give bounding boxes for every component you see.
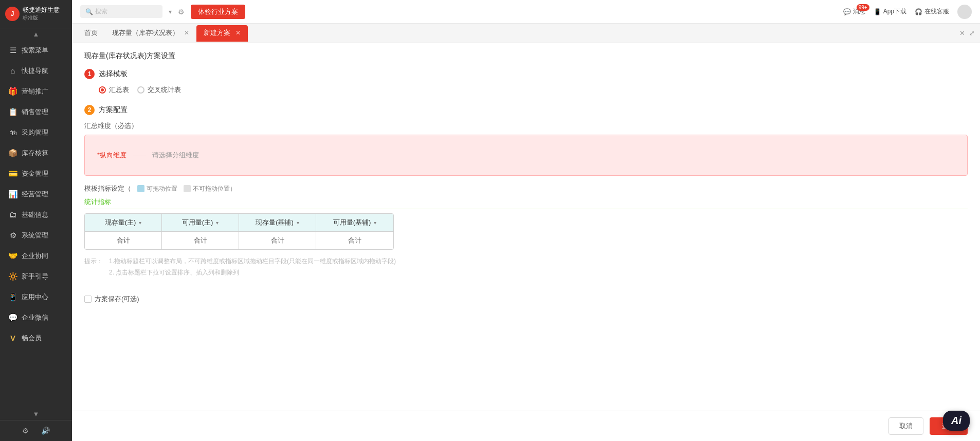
ai-bubble[interactable]: Ai [943, 411, 970, 431]
sound-button[interactable]: 🔊 [37, 425, 54, 437]
topbar: 🔍 搜索 ▾ ⚙ 体验行业方案 💬 消息 99+ 📱 App下载 🎧 在线客服 [72, 0, 980, 24]
col-chevron-0[interactable]: ▾ [139, 220, 141, 226]
section2-title: 方案配置 [99, 105, 128, 115]
legend-fixed: 不可拖动位置） [184, 185, 236, 193]
sidebar-item-sales[interactable]: 📋 销售管理 [0, 102, 72, 122]
sidebar-item-purchase[interactable]: 🛍 采购管理 [0, 122, 72, 143]
section-config: 2 方案配置 汇总维度（必选） *纵向维度 —— 请选择分组维度 模板指标设定（ [84, 105, 968, 278]
section1-title: 选择模板 [99, 69, 128, 79]
message-button[interactable]: 💬 消息 99+ [843, 7, 865, 16]
logo-icon: J [5, 7, 20, 21]
sidebar-item-label: 销售管理 [22, 107, 48, 117]
col-label-1: 可用量(主) [182, 218, 213, 227]
sidebar: J 畅捷通好生意 标准版 ▲ ☰ 搜索菜单 ⌂ 快捷导航 🎁 营销推广 📋 销售… [0, 0, 72, 441]
indicator-settings-label: 模板指标设定（ 可拖动位置 不可拖动位置） [84, 184, 968, 193]
tab-expand-icon[interactable]: ⤢ [969, 29, 975, 37]
radio-summary-label: 汇总表 [109, 85, 129, 95]
sidebar-scroll-up[interactable]: ▲ [0, 28, 72, 40]
config-area: 汇总维度（必选） *纵向维度 —— 请选择分组维度 模板指标设定（ 可拖动位置 [84, 121, 968, 278]
service-button[interactable]: 🎧 在线客服 [915, 7, 949, 16]
chevron-down-icon[interactable]: ▾ [169, 8, 172, 15]
cancel-button[interactable]: 取消 [888, 417, 923, 435]
col-header-3[interactable]: 可用量(基辅) ▾ [316, 214, 393, 231]
message-badge: 99+ [857, 4, 869, 11]
save-checkbox[interactable] [84, 296, 92, 303]
sidebar-item-label: 采购管理 [22, 128, 48, 137]
headset-icon: 🎧 [915, 8, 922, 15]
sales-icon: 📋 [8, 107, 17, 117]
sidebar-item-finance[interactable]: 💳 资金管理 [0, 163, 72, 184]
basic-info-icon: 🗂 [8, 210, 17, 219]
trial-industry-button[interactable]: 体验行业方案 [191, 5, 245, 19]
sidebar-item-new-guide[interactable]: 🔆 新手引导 [0, 266, 72, 287]
tip-1: 提示： 1.拖动标题栏可以调整布局，不可跨维度或指标区域拖动栏目字段(只能在同一… [84, 256, 968, 267]
home-icon: ⌂ [8, 66, 17, 76]
wechat-icon: 💬 [8, 313, 17, 322]
search-bar[interactable]: 🔍 搜索 [80, 5, 162, 18]
col-header-0[interactable]: 现存量(主) ▾ [85, 214, 162, 231]
fixed-color-swatch [184, 185, 191, 192]
page-footer: 取消 查询 [72, 411, 980, 441]
service-label: 在线客服 [924, 7, 949, 16]
tab-inventory-close-icon[interactable]: ✕ [184, 29, 189, 36]
save-option-label: 方案保存(可选) [95, 295, 139, 304]
sidebar-item-quick-nav[interactable]: ⌂ 快捷导航 [0, 61, 72, 81]
section2-num: 2 [84, 105, 95, 115]
management-icon: 📊 [8, 190, 17, 199]
radio-summary[interactable]: 汇总表 [99, 85, 129, 95]
legend-draggable: 可拖动位置 [137, 185, 177, 193]
gear-icon[interactable]: ⚙ [178, 8, 185, 16]
sidebar-nav: ☰ 搜索菜单 ⌂ 快捷导航 🎁 营销推广 📋 销售管理 🛍 采购管理 📦 库存核… [0, 40, 72, 408]
sidebar-item-label: 企业协同 [22, 251, 48, 261]
tab-inventory-status[interactable]: 现存量（库存状况表） ✕ [105, 24, 196, 43]
col-chevron-2[interactable]: ▾ [297, 220, 299, 226]
enterprise-icon: 🤝 [8, 251, 17, 261]
sidebar-item-management[interactable]: 📊 经营管理 [0, 184, 72, 205]
tab-new-scheme[interactable]: 新建方案 ✕ [196, 25, 248, 42]
sidebar-bottom: ⚙ 🔊 [0, 420, 72, 441]
radio-cross[interactable]: 交叉统计表 [137, 85, 181, 95]
sidebar-item-label: 系统管理 [22, 231, 48, 240]
sidebar-item-app-center[interactable]: 📱 应用中心 [0, 287, 72, 307]
cell-0: 合计 [85, 232, 162, 249]
col-chevron-3[interactable]: ▾ [374, 220, 376, 226]
tab-new-scheme-close-icon[interactable]: ✕ [235, 29, 241, 36]
app-icon: 📱 [8, 292, 17, 302]
search-placeholder: 搜索 [95, 7, 107, 16]
tabbar-right-controls: ✕ ⤢ [959, 29, 975, 37]
draggable-color-swatch [137, 185, 144, 192]
sidebar-item-basic-info[interactable]: 🗂 基础信息 [0, 205, 72, 225]
user-avatar[interactable] [957, 5, 972, 19]
sidebar-item-enterprise[interactable]: 🤝 企业协同 [0, 246, 72, 266]
tabbar: 首页 现存量（库存状况表） ✕ 新建方案 ✕ ✕ ⤢ [72, 24, 980, 43]
sidebar-item-member[interactable]: V 畅会员 [0, 328, 72, 348]
tab-home[interactable]: 首页 [77, 24, 105, 43]
col-header-1[interactable]: 可用量(主) ▾ [162, 214, 239, 231]
topbar-right: 💬 消息 99+ 📱 App下载 🎧 在线客服 [843, 5, 972, 19]
phone-icon: 📱 [874, 8, 881, 15]
sidebar-item-inventory[interactable]: 📦 库存核算 [0, 143, 72, 163]
sidebar-item-search-menu[interactable]: ☰ 搜索菜单 [0, 40, 72, 61]
inventory-icon: 📦 [8, 149, 17, 158]
dimension-area[interactable]: *纵向维度 —— 请选择分组维度 [84, 135, 968, 176]
settings-button[interactable]: ⚙ [18, 425, 33, 437]
save-option[interactable]: 方案保存(可选) [84, 288, 968, 310]
summary-dimension-label: 汇总维度（必选） [84, 121, 968, 131]
dimension-placeholder: 请选择分组维度 [152, 151, 199, 160]
sidebar-item-label: 库存核算 [22, 149, 48, 158]
section-choose-template: 1 选择模板 汇总表 交叉统计表 [84, 69, 968, 95]
sidebar-item-label: 新手引导 [22, 272, 48, 281]
sidebar-item-marketing[interactable]: 🎁 营销推广 [0, 81, 72, 102]
tab-close-all-icon[interactable]: ✕ [959, 29, 965, 37]
sidebar-scroll-down[interactable]: ▼ [0, 408, 72, 420]
app-download-button[interactable]: 📱 App下载 [874, 7, 906, 16]
col-chevron-1[interactable]: ▾ [216, 220, 219, 226]
message-icon: 💬 [843, 8, 851, 15]
col-header-2[interactable]: 现存量(基辅) ▾ [239, 214, 316, 231]
logo-sub: 标准版 [23, 14, 60, 22]
stats-table-header: 现存量(主) ▾ 可用量(主) ▾ 现存量(基辅) ▾ 可用量(基辅) [85, 214, 393, 231]
dimension-inner: *纵向维度 —— 请选择分组维度 [97, 151, 199, 160]
sidebar-item-system[interactable]: ⚙ 系统管理 [0, 225, 72, 246]
sidebar-item-wechat[interactable]: 💬 企业微信 [0, 307, 72, 328]
sidebar-item-label: 资金管理 [22, 169, 48, 178]
